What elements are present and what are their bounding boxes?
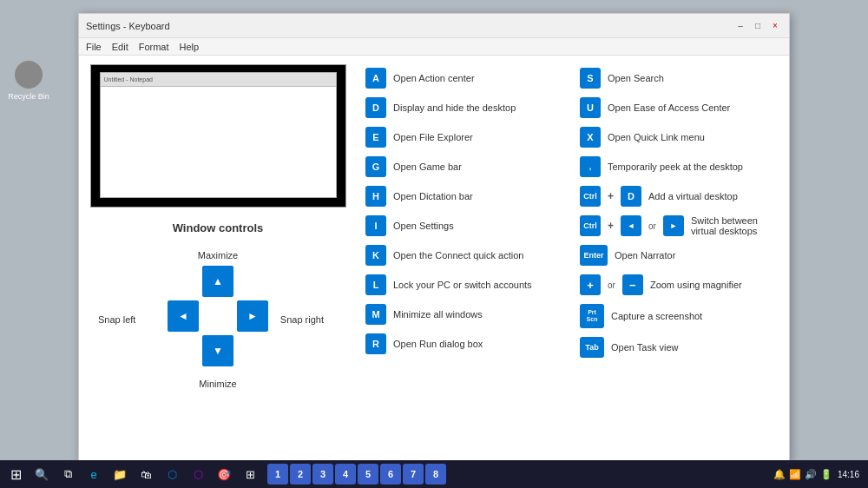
vscode2-button[interactable]: ⬡ [186,462,210,486]
shortcut-A: A Open Action center [365,64,566,92]
key-R: R [365,333,386,354]
pin-6[interactable]: 6 [380,464,401,485]
pin-4[interactable]: 4 [335,464,356,485]
desc-K: Open the Connect quick action [393,250,523,260]
dialog-menubar: File Edit Format Help [79,38,789,56]
minimize-btn[interactable]: – [733,19,747,33]
key-G: G [365,156,386,177]
dialog-controls: – □ × [733,19,782,33]
desc-S: Open Search [608,73,664,83]
shortcut-plus-minus: + or − Zoom using magnifier [580,271,780,299]
shortcut-prtscn: PrtScn Capture a screenshot [580,300,780,332]
key-prtscn: PrtScn [580,304,604,328]
desc-I: Open Settings [393,221,454,231]
maximize-label: Maximize [198,250,238,260]
edge-button[interactable]: e [82,462,106,486]
pin-3[interactable]: 3 [312,464,333,485]
arrow-down-btn[interactable]: ▼ [202,335,233,366]
desc-H: Open Dictation bar [393,191,473,201]
arrow-up-btn[interactable]: ▲ [202,266,233,297]
close-btn[interactable]: × [768,19,782,33]
vscode1-button[interactable]: ⬡ [160,462,184,486]
desc-R: Open Run dialog box [393,339,483,349]
shortcut-X: X Open Quick Link menu [580,123,780,151]
taskbar-clock[interactable]: 14:16 [838,470,859,479]
dialog-window: Settings - Keyboard – □ × File Edit Form… [78,13,790,462]
arrow-center [202,300,233,332]
dialog-content: Untitled - Notepad Window controls Maxim… [79,56,789,461]
pin-1[interactable]: 1 [267,464,288,485]
key-enter: Enter [580,245,608,266]
key-I: I [365,215,386,236]
taskbar: ⊞ 🔍 ⧉ e 📁 🛍 ⬡ ⬡ 🎯 ⊞ 1 2 3 4 5 6 7 8 🔔 📶 … [0,460,868,488]
shortcuts-left-column: A Open Action center D Display and hide … [365,64,566,452]
volume-icon[interactable]: 🔊 [805,469,817,480]
search-button[interactable]: 🔍 [30,462,54,486]
shortcut-enter: Enter Open Narrator [580,241,780,269]
pin-5[interactable]: 5 [358,464,378,485]
start-button[interactable]: ⊞ [3,462,28,486]
arrow-left-btn[interactable]: ◄ [168,300,199,332]
arrow-empty-tr [237,266,268,297]
screenshot-preview: Untitled - Notepad [90,64,346,208]
key-K: K [365,245,386,266]
key-S: S [580,68,601,89]
terminal-button[interactable]: ⊞ [238,462,262,486]
pin-2[interactable]: 2 [290,464,311,485]
store-button[interactable]: 🛍 [134,462,158,486]
taskbar-pinned-group: 1 2 3 4 5 6 7 8 [267,464,446,485]
left-panel: Untitled - Notepad Window controls Maxim… [88,64,348,452]
or-text-2: or [608,280,615,290]
pin-7[interactable]: 7 [403,464,424,485]
dialog-title: Settings - Keyboard [86,21,170,31]
menu-format[interactable]: Format [139,42,169,52]
key-ctrl-2: Ctrl [580,215,601,236]
desc-U: Open Ease of Access Center [608,102,730,113]
key-comma: , [580,156,601,177]
shortcut-D: D Display and hide the desktop [365,94,566,122]
snap-right-label: Snap right [280,314,324,325]
menu-file[interactable]: File [86,42,102,52]
desc-E: Open File Explorer [393,132,473,142]
window-controls-title: Window controls [173,221,264,234]
desktop-icon-recycle-label: Recycle Bin [8,92,49,101]
arrow-empty-tl [168,266,199,297]
shortcut-comma: , Temporarily peek at the desktop [580,153,780,181]
desc-enter: Open Narrator [615,250,675,260]
task-view-button[interactable]: ⧉ [56,462,80,486]
explorer-button[interactable]: 📁 [108,462,132,486]
desc-L: Lock your PC or switch accounts [393,280,532,290]
plus-icon-1: + [608,190,614,202]
arrow-right-btn[interactable]: ► [237,300,268,332]
minimize-label: Minimize [199,379,236,389]
key-ctrl-1: Ctrl [580,186,601,207]
shortcut-L: L Lock your PC or switch accounts [365,271,566,299]
desktop: Recycle Bin Settings - Keyboard – □ × Fi… [0,0,868,488]
desktop-icon-recycle: Recycle Bin [7,61,50,101]
shortcut-ctrl-D: Ctrl + D Add a virtual desktop [580,182,780,210]
maximize-btn[interactable]: □ [751,19,765,33]
app-button[interactable]: 🎯 [212,462,236,486]
desc-ctrl-D: Add a virtual desktop [648,191,738,201]
shortcut-S: S Open Search [580,64,780,92]
pin-8[interactable]: 8 [425,464,446,485]
shortcut-tab: Tab Open Task view [580,333,780,361]
arrow-grid: ▲ ◄ ► ▼ [168,266,268,366]
arrow-empty-bl [168,335,199,366]
menu-help[interactable]: Help [180,42,200,52]
key-M: M [365,304,386,325]
plus-icon-2: + [608,220,614,232]
shortcut-I: I Open Settings [365,212,566,240]
key-H: H [365,186,386,207]
shortcut-ctrl-arrows: Ctrl + ◄ or ► Switch between virtual des… [580,212,780,240]
notification-icon[interactable]: 🔔 [773,469,786,480]
shortcut-R: R Open Run dialog box [365,330,566,358]
wifi-icon[interactable]: 📶 [789,469,801,480]
shortcut-E: E Open File Explorer [365,123,566,151]
shortcut-U: U Open Ease of Access Center [580,94,780,122]
desc-plus-minus: Zoom using magnifier [650,280,742,290]
desc-prtscn: Capture a screenshot [611,311,702,321]
battery-icon[interactable]: 🔋 [820,469,832,480]
key-X: X [580,127,601,148]
menu-edit[interactable]: Edit [112,42,128,52]
